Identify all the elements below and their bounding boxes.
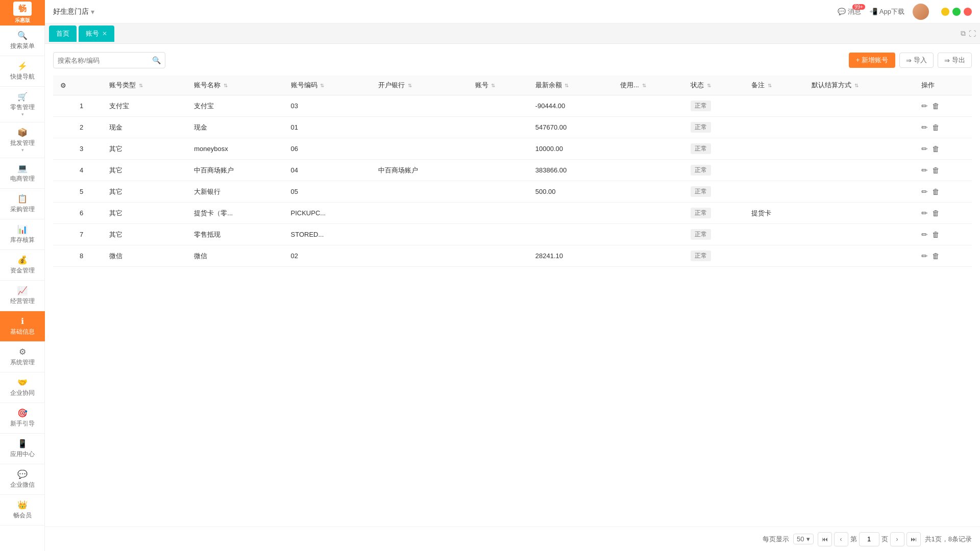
col-code[interactable]: 账号编码 ⇅ — [285, 76, 373, 95]
first-page-button[interactable]: ⏮ — [818, 532, 832, 546]
delete-button[interactable]: 🗑 — [932, 230, 940, 239]
sidebar-item-vip[interactable]: 👑 畅会员 — [0, 495, 45, 525]
sidebar-item-guide[interactable]: 🎯 新手引导 — [0, 403, 45, 434]
col-name[interactable]: 账号名称 ⇅ — [188, 76, 284, 95]
tab-expand-icon[interactable]: ⛶ — [969, 30, 976, 38]
row-status: 正常 — [684, 160, 745, 181]
minimize-button[interactable]: ─ — [941, 8, 949, 16]
chevron-down-icon2: ▾ — [21, 147, 24, 153]
row-bank — [372, 203, 469, 224]
edit-button[interactable]: ✏ — [921, 102, 928, 111]
sidebar-item-business[interactable]: 📈 经营管理 — [0, 281, 45, 311]
next-page-button[interactable]: › — [890, 532, 904, 546]
col-settings[interactable]: ⚙ — [53, 76, 74, 95]
row-usage — [614, 117, 684, 138]
sidebar-item-app-center[interactable]: 📱 应用中心 — [0, 434, 45, 464]
col-balance[interactable]: 最新余额 ⇅ — [529, 76, 614, 95]
add-account-button[interactable]: + 新增账号 — [849, 53, 895, 68]
sidebar-item-retail[interactable]: 🛒 零售管理 ▾ — [0, 87, 45, 122]
edit-button[interactable]: ✏ — [921, 187, 928, 196]
col-type[interactable]: 账号类型 ⇅ — [103, 76, 188, 95]
row-balance: 10000.00 — [529, 138, 614, 160]
messages-button[interactable]: 💬 消息 99+ — [838, 7, 861, 16]
row-status: 正常 — [684, 181, 745, 203]
last-page-button[interactable]: ⏭ — [906, 532, 921, 546]
shop-name-text: 好生意门店 — [53, 7, 89, 16]
sidebar-item-search[interactable]: 🔍 搜索菜单 — [0, 26, 45, 56]
edit-button[interactable]: ✏ — [921, 230, 928, 239]
row-bank — [372, 245, 469, 267]
row-settings — [53, 203, 74, 224]
sidebar-item-inventory[interactable]: 📊 库存核算 — [0, 219, 45, 250]
tab-bar: 首页 账号 ✕ ⧉ ⛶ — [45, 23, 980, 44]
sidebar-item-system[interactable]: ⚙ 系统管理 — [0, 342, 45, 372]
row-bank: 中百商场账户 — [372, 160, 469, 181]
quick-nav-icon: ⚡ — [17, 61, 28, 71]
edit-button[interactable]: ✏ — [921, 209, 928, 218]
tab-restore-icon[interactable]: ⧉ — [961, 29, 966, 38]
row-type: 支付宝 — [103, 95, 188, 117]
col-bank[interactable]: 开户银行 ⇅ — [372, 76, 469, 95]
maximize-button[interactable]: □ — [952, 8, 961, 16]
page-number-input[interactable] — [859, 532, 879, 546]
sidebar-item-enterprise-agreement[interactable]: 🤝 企业协同 — [0, 372, 45, 403]
row-account — [469, 117, 529, 138]
sidebar-item-basic[interactable]: ℹ 基础信息 — [0, 311, 45, 342]
tab-home[interactable]: 首页 — [49, 26, 77, 42]
sidebar-label-ecommerce: 电商管理 — [10, 174, 35, 183]
row-settlement — [805, 138, 915, 160]
delete-button[interactable]: 🗑 — [932, 123, 940, 132]
search-box[interactable]: 🔍 — [53, 52, 165, 68]
close-button[interactable]: ✕ — [964, 8, 972, 16]
row-note — [745, 138, 805, 160]
user-avatar[interactable] — [913, 4, 929, 20]
tab-account[interactable]: 账号 ✕ — [79, 26, 114, 42]
sidebar-item-finance[interactable]: 💰 资金管理 — [0, 250, 45, 281]
edit-button[interactable]: ✏ — [921, 252, 928, 261]
row-settings — [53, 224, 74, 245]
sidebar-item-quick-nav[interactable]: ⚡ 快捷导航 — [0, 56, 45, 87]
export-button[interactable]: ⇒ 导出 — [938, 53, 972, 68]
row-code: 03 — [285, 95, 373, 117]
shop-name[interactable]: 好生意门店 ▾ — [53, 7, 94, 16]
delete-button[interactable]: 🗑 — [932, 144, 940, 153]
search-icon[interactable]: 🔍 — [152, 56, 161, 64]
delete-button[interactable]: 🗑 — [932, 102, 940, 110]
col-settlement[interactable]: 默认结算方式 ⇅ — [805, 76, 915, 95]
app-download-button[interactable]: 📲 App下载 — [869, 7, 904, 16]
window-controls: ─ □ ✕ — [941, 8, 972, 16]
col-usage[interactable]: 使用... ⇅ — [614, 76, 684, 95]
row-account — [469, 224, 529, 245]
sidebar-item-ecommerce[interactable]: 💻 电商管理 — [0, 158, 45, 189]
sidebar-item-enterprise-wechat[interactable]: 💬 企业微信 — [0, 464, 45, 495]
sidebar-label-guide: 新手引导 — [10, 419, 35, 428]
delete-button[interactable]: 🗑 — [932, 209, 940, 217]
search-input[interactable] — [58, 57, 152, 64]
col-note[interactable]: 备注 ⇅ — [745, 76, 805, 95]
delete-button[interactable]: 🗑 — [932, 252, 940, 260]
sidebar: 畅 乐惠版 🔍 搜索菜单 ⚡ 快捷导航 🛒 零售管理 ▾ 📦 批发管理 ▾ 💻 … — [0, 0, 45, 551]
prev-page-button[interactable]: ‹ — [834, 532, 848, 546]
pagination: 每页显示 50 ▾ ⏮ ‹ 第 页 › ⏭ 共1页，8条记录 — [45, 527, 980, 551]
chevron-down-icon: ▾ — [21, 112, 24, 117]
edit-button[interactable]: ✏ — [921, 123, 928, 132]
page-label: 第 — [850, 535, 857, 544]
edit-button[interactable]: ✏ — [921, 166, 928, 175]
delete-button[interactable]: 🗑 — [932, 187, 940, 196]
col-account[interactable]: 账号 ⇅ — [469, 76, 529, 95]
col-status[interactable]: 状态 ⇅ — [684, 76, 745, 95]
sidebar-item-purchase[interactable]: 📋 采购管理 — [0, 189, 45, 219]
sidebar-item-wholesale[interactable]: 📦 批发管理 ▾ — [0, 122, 45, 158]
tab-close-icon[interactable]: ✕ — [102, 30, 107, 37]
sidebar-label-system: 系统管理 — [10, 358, 35, 367]
row-code: 05 — [285, 181, 373, 203]
edit-button[interactable]: ✏ — [921, 144, 928, 154]
page-size-selector[interactable]: 50 ▾ — [793, 534, 813, 544]
row-status: 正常 — [684, 224, 745, 245]
message-icon: 💬 — [838, 8, 846, 15]
delete-button[interactable]: 🗑 — [932, 166, 940, 174]
row-balance: 500.00 — [529, 181, 614, 203]
toolbar-right: + 新增账号 ⇒ 导入 ⇒ 导出 — [849, 53, 972, 68]
row-type: 其它 — [103, 224, 188, 245]
import-button[interactable]: ⇒ 导入 — [899, 53, 934, 68]
